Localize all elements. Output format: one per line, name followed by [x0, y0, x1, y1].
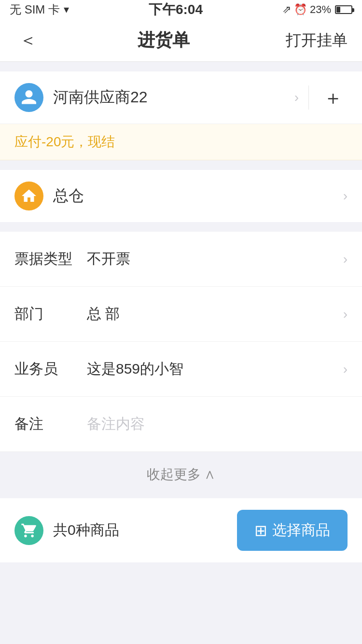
vertical-divider [308, 85, 309, 110]
salesperson-chevron-icon: › [343, 362, 348, 377]
supplier-name: 河南供应商22 [53, 87, 285, 108]
collapse-bar[interactable]: 收起更多 ∧ [0, 452, 362, 497]
invoice-type-row[interactable]: 票据类型 不开票 › [0, 232, 362, 287]
status-bar: 无 SIM 卡 ▾ 下午6:04 ⇗ ⏰ 23% [0, 0, 362, 19]
product-icon [14, 516, 43, 545]
remark-input[interactable]: 备注内容 [77, 414, 348, 434]
open-pending-button[interactable]: 打开挂单 [286, 30, 348, 51]
status-right: ⇗ ⏰ 23% [282, 3, 352, 16]
nav-bar: ＜ 进货单 打开挂单 [0, 19, 362, 62]
salesperson-row[interactable]: 业务员 这是859的小智 › [0, 342, 362, 397]
invoice-type-chevron-icon: › [343, 252, 348, 267]
person-icon [20, 89, 38, 106]
collapse-label: 收起更多 ∧ [147, 465, 216, 484]
select-product-label: 选择商品 [272, 520, 330, 540]
cart-icon [21, 522, 37, 539]
warehouse-chevron-icon: › [343, 188, 348, 204]
warehouse-divider [0, 160, 362, 170]
department-row[interactable]: 部门 总 部 › [0, 287, 362, 342]
invoice-type-value: 不开票 [77, 249, 343, 269]
add-supplier-button[interactable]: ＋ [319, 84, 348, 111]
supplier-avatar [14, 83, 43, 112]
department-label: 部门 [14, 304, 77, 324]
salesperson-label: 业务员 [14, 359, 77, 379]
form-section: 票据类型 不开票 › 部门 总 部 › 业务员 这是859的小智 › 备注 备注… [0, 232, 362, 452]
select-product-icon: ⊞ [254, 521, 267, 540]
location-icon: ⇗ [282, 3, 291, 16]
back-button[interactable]: ＜ [14, 24, 42, 57]
notice-text: 应付-20元，现结 [14, 134, 115, 149]
notice-banner: 应付-20元，现结 [0, 124, 362, 160]
salesperson-value: 这是859的小智 [77, 359, 343, 379]
warehouse-icon [14, 182, 43, 210]
department-chevron-icon: › [343, 307, 348, 322]
top-divider [0, 62, 362, 71]
product-count: 共0种商品 [53, 520, 227, 540]
department-value: 总 部 [77, 304, 343, 324]
alarm-icon: ⏰ [294, 3, 307, 16]
select-product-button[interactable]: ⊞ 选择商品 [237, 510, 348, 551]
status-time: 下午6:04 [149, 0, 203, 19]
remark-row: 备注 备注内容 [0, 397, 362, 452]
status-left: 无 SIM 卡 ▾ [10, 2, 69, 17]
supplier-section: 河南供应商22 › ＋ 应付-20元，现结 [0, 71, 362, 160]
battery-percent: 23% [310, 3, 331, 16]
warehouse-name: 总仓 [53, 185, 334, 207]
wifi-icon: ▾ [64, 3, 69, 16]
page-title: 进货单 [138, 28, 190, 52]
remark-label: 备注 [14, 414, 77, 434]
warehouse-row[interactable]: 总仓 › [0, 170, 362, 222]
bottom-bar: 共0种商品 ⊞ 选择商品 [0, 498, 362, 562]
warehouse-section: 总仓 › [0, 170, 362, 222]
carrier-label: 无 SIM 卡 [10, 2, 60, 17]
battery-fill [336, 7, 340, 13]
home-icon [20, 187, 38, 205]
supplier-chevron-icon: › [294, 90, 299, 105]
invoice-type-label: 票据类型 [14, 249, 77, 269]
supplier-row[interactable]: 河南供应商22 › ＋ [0, 71, 362, 124]
battery-icon [335, 5, 352, 14]
page-background [0, 562, 362, 644]
